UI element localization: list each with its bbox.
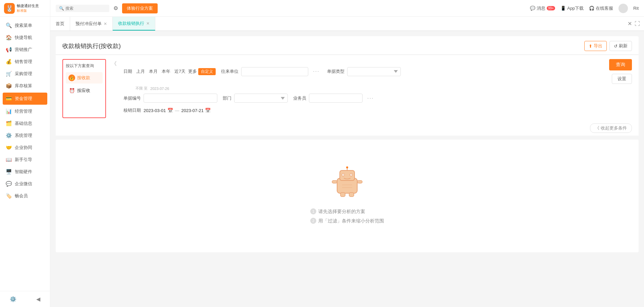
sidebar-item-operations[interactable]: 📊 经营管理 bbox=[0, 105, 50, 117]
counterparty-input[interactable] bbox=[241, 67, 308, 76]
date-last-7days[interactable]: 近7天 bbox=[173, 68, 187, 75]
tip-num-1: 1 bbox=[310, 208, 316, 214]
tip-text-1: 请先选择要分析的方案 bbox=[318, 207, 365, 216]
date-more[interactable]: 更多 bbox=[188, 68, 197, 74]
sidebar-item-marketing[interactable]: 📢 营销推广 bbox=[0, 44, 50, 56]
voucher-no-input[interactable] bbox=[144, 94, 217, 103]
message-icon: 💬 bbox=[530, 6, 535, 11]
tab-home[interactable]: 首页 bbox=[50, 17, 70, 31]
sidebar-item-inventory[interactable]: 📦 库存核算 bbox=[0, 80, 50, 92]
collapse-more-bar: 《 收起更多条件 bbox=[56, 122, 639, 136]
verify-end-calendar-icon[interactable]: 📅 bbox=[205, 108, 211, 113]
online-service-label: 在线客服 bbox=[596, 5, 613, 11]
verify-start-calendar-icon[interactable]: 📅 bbox=[167, 108, 173, 113]
export-label: 导出 bbox=[594, 43, 602, 49]
sidebar-item-wechat[interactable]: 💬 企业微信 bbox=[0, 178, 50, 190]
svg-point-5 bbox=[351, 174, 352, 175]
date-hint-group: 不限 至 2023-07-26 bbox=[123, 86, 169, 91]
counterparty-label: 往来单位 bbox=[221, 68, 238, 74]
sidebar-item-smart-hardware[interactable]: 🖥️ 智能硬件 bbox=[0, 166, 50, 178]
user-avatar[interactable] bbox=[619, 4, 628, 13]
collapse-sidebar-icon[interactable]: ◀ bbox=[34, 295, 43, 304]
date-this-year[interactable]: 本年 bbox=[160, 68, 172, 75]
onboarding-icon: 📖 bbox=[5, 157, 12, 163]
sidebar-item-sales[interactable]: 💰 销售管理 bbox=[0, 56, 50, 68]
sidebar-item-system[interactable]: ⚙️ 系统管理 bbox=[0, 130, 50, 142]
sidebar-item-purchase[interactable]: 🛒 采购管理 bbox=[0, 68, 50, 80]
svg-rect-8 bbox=[332, 181, 337, 183]
date-last-month[interactable]: 上月 bbox=[135, 68, 146, 75]
gear-icon[interactable]: ⚙ bbox=[113, 5, 118, 11]
tab-receipt-label: 收款核销执行 bbox=[118, 20, 144, 27]
logo-icon: 🐰 bbox=[4, 3, 15, 14]
wechat-icon: 💬 bbox=[5, 181, 12, 187]
filter-option-by-receipt[interactable]: 💰 按收款 bbox=[66, 72, 103, 84]
filter-date-group: 日期 上月 本月 本年 近7天 更多 自定义 bbox=[123, 68, 216, 75]
tab-prepay[interactable]: 预付冲应付单 ✕ bbox=[70, 17, 113, 31]
tab-receipt-close[interactable]: ✕ bbox=[146, 21, 150, 26]
verify-start-wrap: 2023-03-01 📅 bbox=[144, 108, 173, 113]
tab-spacer bbox=[155, 17, 624, 31]
sidebar-item-enterprise[interactable]: 🤝 企业协同 bbox=[0, 142, 50, 154]
sidebar-item-basic-info[interactable]: 🗂️ 基础信息 bbox=[0, 117, 50, 130]
employee-more-button[interactable]: ··· bbox=[365, 94, 376, 103]
sales-icon: 💰 bbox=[5, 59, 12, 65]
sidebar-item-onboarding[interactable]: 📖 新手引导 bbox=[0, 154, 50, 166]
collapse-more-button[interactable]: 《 收起更多条件 bbox=[590, 123, 632, 133]
date-custom[interactable]: 自定义 bbox=[198, 68, 216, 75]
sidebar-item-label: 库存核算 bbox=[15, 83, 32, 89]
filter-option1-label: 按收款 bbox=[77, 75, 90, 81]
download-icon: 📱 bbox=[560, 6, 566, 11]
filter-option-by-receivable[interactable]: ⏰ 按应收 bbox=[66, 85, 103, 96]
date-this-month[interactable]: 本月 bbox=[148, 68, 159, 75]
collapse-filter-button[interactable]: 《 bbox=[111, 59, 118, 118]
message-badge: 99+ bbox=[547, 6, 555, 10]
export-button[interactable]: ⬆ 导出 bbox=[584, 41, 607, 51]
username-label[interactable]: Rit bbox=[633, 6, 639, 11]
page-title-bar: 收款核销执行(按收款) ⬆ 导出 ↺ 刷新 bbox=[56, 36, 639, 54]
filter-row-3: 核销日期 2023-03-01 📅 — 2023-07-21 📅 bbox=[123, 107, 632, 113]
tab-expand-icon[interactable]: ⛶ bbox=[635, 21, 640, 27]
header-search-box[interactable]: 🔍 bbox=[56, 5, 109, 12]
filter-settings-button[interactable]: 设置 bbox=[612, 74, 632, 84]
app-logo: 🐰 畅捷通好生意 标准版 bbox=[0, 0, 50, 17]
online-service-button[interactable]: 🎧 在线客服 bbox=[589, 5, 613, 11]
tab-receipt[interactable]: 收款核销执行 ✕ bbox=[113, 17, 155, 31]
empty-tips: 1 请先选择要分析的方案 2 用「过滤」条件来缩小分析范围 bbox=[310, 207, 384, 225]
employee-group: 业务员 ··· bbox=[293, 94, 376, 103]
message-button[interactable]: 💬 消息 99+ bbox=[530, 5, 555, 11]
filter-form: 日期 上月 本月 本年 近7天 更多 自定义 往来单位 bbox=[123, 59, 632, 118]
query-button[interactable]: 查询 bbox=[609, 59, 632, 70]
tab-prepay-close[interactable]: ✕ bbox=[104, 21, 107, 26]
verify-date-range: 2023-03-01 📅 — 2023-07-21 📅 bbox=[144, 108, 211, 113]
tip-text-2: 用「过滤」条件来缩小分析范围 bbox=[318, 216, 384, 225]
app-download-button[interactable]: 📱 App下载 bbox=[560, 5, 584, 11]
employee-input[interactable] bbox=[309, 94, 363, 103]
search-input[interactable] bbox=[65, 6, 106, 11]
tab-bar: 首页 预付冲应付单 ✕ 收款核销执行 ✕ ✕ ⛶ bbox=[50, 17, 644, 31]
department-select[interactable] bbox=[234, 94, 288, 103]
sidebar-item-member[interactable]: 🏷️ 畅会员 bbox=[0, 190, 50, 202]
settings-icon[interactable]: ⚙️ bbox=[7, 295, 19, 304]
main-area: 🔍 ⚙ 体验行业方案 💬 消息 99+ 📱 App下载 🎧 在线客服 Rit bbox=[50, 0, 644, 307]
sidebar-item-search-menu[interactable]: 🔍 搜索菜单 bbox=[0, 19, 50, 32]
sidebar-item-label: 基础信息 bbox=[15, 120, 32, 126]
sidebar-item-label: 销售管理 bbox=[15, 59, 32, 65]
refresh-button[interactable]: ↺ 刷新 bbox=[609, 41, 632, 51]
voucher-type-select[interactable] bbox=[347, 67, 401, 76]
query-actions: 查询 设置 bbox=[609, 59, 632, 84]
sidebar-item-quick-nav[interactable]: 🏠 快捷导航 bbox=[0, 32, 50, 44]
message-label: 消息 bbox=[537, 5, 545, 11]
search-icon: 🔍 bbox=[59, 6, 64, 11]
page-content: 收款核销执行(按收款) ⬆ 导出 ↺ 刷新 按以下方案查询 bbox=[50, 31, 644, 307]
sidebar-item-label: 经营管理 bbox=[15, 108, 32, 114]
empty-tip-row-2: 2 用「过滤」条件来缩小分析范围 bbox=[310, 216, 384, 225]
sidebar-item-finance[interactable]: 💳 资金管理 bbox=[3, 93, 47, 105]
date-options: 上月 本月 本年 近7天 更多 自定义 bbox=[135, 68, 216, 75]
page-card: 收款核销执行(按收款) ⬆ 导出 ↺ 刷新 按以下方案查询 bbox=[56, 36, 639, 136]
counterparty-more-button[interactable]: ··· bbox=[311, 67, 321, 76]
industry-button[interactable]: 体验行业方案 bbox=[122, 3, 158, 13]
tab-close-icon[interactable]: ✕ bbox=[628, 20, 632, 27]
sidebar-item-label: 企业微信 bbox=[15, 181, 32, 187]
finance-icon: 💳 bbox=[5, 96, 12, 102]
